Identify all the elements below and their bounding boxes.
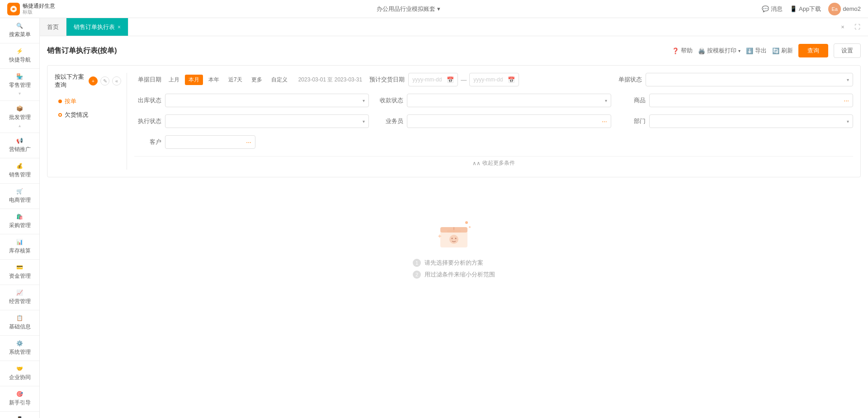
app-center-icon: 📱 — [16, 416, 23, 418]
nav-owe-stock-label: 欠货情况 — [65, 111, 88, 119]
salesperson-ellipsis[interactable]: ··· — [602, 118, 607, 125]
customer-ellipsis[interactable]: ··· — [246, 138, 251, 146]
execution-status-select[interactable]: ▾ — [165, 114, 369, 128]
sidebar-item-app-center[interactable]: 📱 应用中心 — [0, 412, 39, 418]
sidebar-item-finance[interactable]: 💳 资金管理 — [0, 260, 39, 285]
help-label: 帮助 — [681, 47, 693, 55]
sidebar-item-enterprise[interactable]: 🤝 企业协同 — [0, 361, 39, 386]
date-tabs: 上月 本月 本年 近7天 更多 自定义 — [165, 75, 291, 85]
add-icon: + — [92, 78, 94, 84]
page-inner: 销售订单执行表(按单) ❓ 帮助 🖨️ 按模板打印 ▾ ⬇️ — [40, 36, 868, 418]
department-label: 部门 — [618, 117, 646, 125]
sidebar-item-newbie[interactable]: 🎯 新手引导 — [0, 386, 39, 412]
tab-sales-order-label: 销售订单执行表 — [74, 23, 115, 31]
date-tab-last-7[interactable]: 近7天 — [225, 75, 246, 85]
salesperson-label: 业务员 — [376, 117, 403, 125]
customer-select[interactable]: ··· — [165, 135, 255, 149]
sidebar-item-wholesale[interactable]: 📦 批发管理 ▴ — [0, 101, 39, 133]
top-bar-center[interactable]: 办公用品行业模拟账套 ▾ — [377, 5, 440, 13]
message-icon: 💬 — [762, 5, 769, 12]
sidebar-item-purchase[interactable]: 🛍️ 采购管理 — [0, 209, 39, 234]
edit-scheme-btn[interactable]: ✎ — [100, 76, 109, 86]
customer-group: 客户 ··· — [134, 135, 255, 149]
tab-home-label: 首页 — [47, 23, 59, 31]
expected-delivery-start[interactable]: yyyy-mm-dd 📅 — [408, 73, 458, 86]
execution-status-group: 执行状态 ▾ — [134, 114, 369, 128]
add-scheme-btn[interactable]: + — [89, 76, 98, 86]
nav-by-order[interactable]: 按单 — [55, 95, 121, 108]
sidebar-item-system[interactable]: ⚙️ 系统管理 — [0, 336, 39, 361]
settings-button[interactable]: 设置 — [834, 43, 861, 58]
query-button[interactable]: 查询 — [798, 44, 828, 57]
document-status-arrow: ▾ — [847, 77, 849, 82]
left-panel: 按以下方案查询 + ✎ « — [55, 73, 127, 170]
salesperson-group: 业务员 ··· — [376, 114, 611, 128]
sidebar-item-marketing[interactable]: 📢 营销推广 — [0, 133, 39, 158]
sidebar-quick-nav-label: 快捷导航 — [9, 56, 31, 64]
tab-actions: × ⛶ — [837, 22, 868, 33]
sidebar-search[interactable]: 🔍 搜索菜单 — [0, 18, 39, 43]
export-btn[interactable]: ⬇️ 导出 — [746, 47, 767, 55]
current-company[interactable]: 办公用品行业模拟账套 — [377, 5, 435, 13]
tab-home[interactable]: 首页 — [40, 18, 66, 36]
purchase-icon: 🛍️ — [16, 214, 23, 220]
sidebar-marketing-label: 营销推广 — [9, 146, 31, 153]
expected-delivery-range: yyyy-mm-dd 📅 — yyyy-mm-dd 📅 — [408, 73, 519, 86]
refresh-label: 刷新 — [781, 47, 793, 55]
sidebar-item-ecommerce[interactable]: 🛒 电商管理 — [0, 184, 39, 209]
date-tab-current-year[interactable]: 本年 — [205, 75, 223, 85]
delivery-status-group: 出库状态 ▾ — [134, 94, 369, 107]
tab-sales-order[interactable]: 销售订单执行表 × — [66, 18, 128, 36]
sidebar-newbie-label: 新手引导 — [9, 399, 31, 407]
expected-delivery-end[interactable]: yyyy-mm-dd 📅 — [469, 73, 519, 86]
refresh-btn[interactable]: 🔄 刷新 — [772, 47, 793, 55]
sidebar-quick-nav[interactable]: ⚡ 快捷导航 — [0, 43, 39, 69]
sidebar-ecommerce-label: 电商管理 — [9, 196, 31, 204]
user-area[interactable]: Ea demo2 — [828, 3, 861, 15]
salesperson-select[interactable]: ··· — [407, 114, 611, 128]
company-dropdown-icon[interactable]: ▾ — [437, 5, 440, 12]
product-select[interactable]: ··· — [649, 94, 853, 107]
quick-nav-icon: ⚡ — [16, 48, 23, 54]
collapse-btn[interactable]: ∧∧ 收起更多条件 — [134, 156, 853, 170]
sidebar-item-retail[interactable]: 🏪 零售管理 ▾ — [0, 69, 39, 101]
expected-end-placeholder: yyyy-mm-dd — [473, 76, 503, 83]
help-icon: ❓ — [672, 48, 679, 54]
date-tab-current-month[interactable]: 本月 — [185, 75, 203, 85]
sidebar-item-inventory[interactable]: 📊 库存核算 — [0, 234, 39, 260]
date-tab-custom[interactable]: 自定义 — [268, 75, 291, 85]
nav-owe-stock[interactable]: 欠货情况 — [55, 108, 121, 122]
empty-tip-2: 2 用过滤条件来缩小分析范围 — [413, 271, 495, 279]
filter-area: 单据日期 上月 本月 本年 近7天 更多 自定义 2023-03-01 至 20… — [127, 73, 853, 170]
collapse-panel-btn[interactable]: « — [112, 76, 121, 86]
sidebar-item-operations[interactable]: 📈 经营管理 — [0, 285, 39, 310]
template-print-btn[interactable]: 🖨️ 按模板打印 ▾ — [698, 47, 741, 55]
filter-row-exec: 执行状态 ▾ 业务员 ··· — [134, 114, 853, 128]
department-select[interactable]: ▾ — [649, 114, 853, 128]
close-window-btn[interactable]: × — [837, 22, 848, 33]
svg-point-10 — [452, 238, 453, 239]
product-ellipsis[interactable]: ··· — [844, 97, 849, 104]
content-grid: 按以下方案查询 + ✎ « — [47, 65, 861, 177]
expand-window-btn[interactable]: ⛶ — [852, 22, 863, 33]
sidebar-purchase-label: 采购管理 — [9, 222, 31, 229]
sidebar-item-base-info[interactable]: 📋 基础信息 — [0, 310, 39, 336]
date-hint: 2023-03-01 至 2023-03-31 — [298, 76, 362, 84]
receiving-status-select[interactable]: ▾ — [407, 94, 611, 107]
date-tab-last-month[interactable]: 上月 — [165, 75, 183, 85]
marketing-icon: 📢 — [16, 138, 23, 144]
delivery-status-label: 出库状态 — [134, 96, 161, 104]
help-btn[interactable]: ❓ 帮助 — [672, 47, 693, 55]
sidebar-sales-mgmt-label: 销售管理 — [9, 171, 31, 179]
document-status-select[interactable]: ▾ — [646, 73, 853, 86]
delivery-status-select[interactable]: ▾ — [165, 94, 369, 107]
receiving-status-group: 收款状态 ▾ — [376, 94, 611, 107]
message-btn[interactable]: 💬 消息 — [762, 5, 783, 13]
empty-tip-1: 1 请先选择要分析的方案 — [413, 259, 495, 267]
date-tab-more[interactable]: 更多 — [248, 75, 266, 85]
tab-close-icon[interactable]: × — [118, 24, 121, 30]
app-download-btn[interactable]: 📱 App下载 — [790, 5, 821, 13]
sidebar-item-sales-mgmt[interactable]: 💰 销售管理 — [0, 158, 39, 184]
app-download-label: App下载 — [799, 5, 821, 13]
inventory-icon: 📊 — [16, 239, 23, 245]
